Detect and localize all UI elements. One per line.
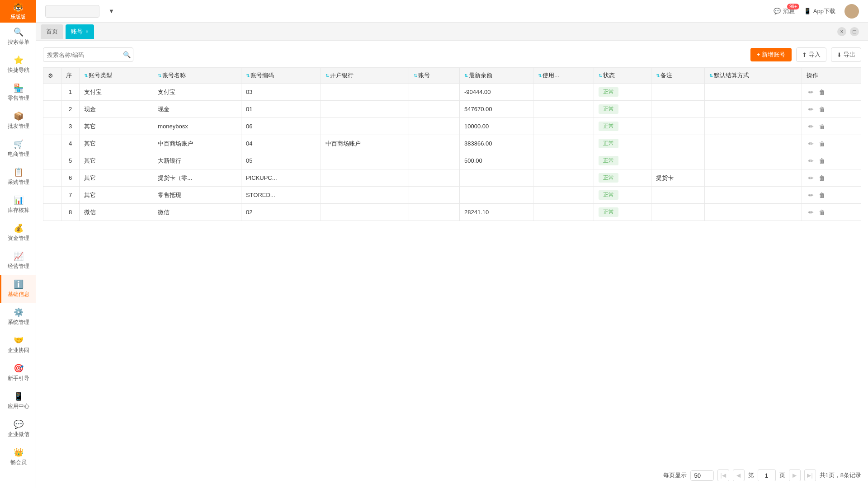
- sidebar-item-basic-info[interactable]: ℹ️ 基础信息: [0, 275, 36, 303]
- th-name[interactable]: ⇅账号名称: [153, 68, 241, 84]
- sidebar-item-ecommerce-mgmt[interactable]: 🛒 电商管理: [0, 135, 36, 163]
- edit-button[interactable]: ✏: [807, 122, 816, 131]
- tab-bar: 首页 账号 × × □: [36, 23, 868, 41]
- sidebar-item-system-mgmt[interactable]: ⚙️ 系统管理: [0, 303, 36, 331]
- add-account-button[interactable]: + 新增账号: [750, 48, 792, 61]
- next-page-button[interactable]: ▶: [789, 469, 801, 481]
- message-icon: 💬: [774, 8, 781, 14]
- tab-home-label: 首页: [46, 28, 58, 36]
- row-bank: [321, 118, 409, 135]
- delete-button[interactable]: 🗑: [817, 156, 827, 165]
- edit-button[interactable]: ✏: [807, 139, 816, 148]
- sidebar-item-beginner-guide[interactable]: 🎯 新手引导: [0, 359, 36, 387]
- row-settings: [43, 169, 61, 187]
- edit-button[interactable]: ✏: [807, 88, 816, 97]
- sidebar-item-app-center[interactable]: 📱 应用中心: [0, 387, 36, 415]
- sidebar-item-capital-mgmt[interactable]: 💰 资金管理: [0, 219, 36, 247]
- row-actions: ✏ 🗑: [802, 187, 861, 204]
- tab-close-icon[interactable]: ×: [85, 28, 89, 35]
- th-action: 操作: [802, 68, 861, 84]
- beginner-guide-icon: 🎯: [14, 363, 24, 373]
- th-status[interactable]: ⇅状态: [594, 68, 651, 84]
- delete-button[interactable]: 🗑: [817, 122, 827, 131]
- sidebar-item-inventory-calc[interactable]: 📊 库存核算: [0, 191, 36, 219]
- row-note: [651, 84, 705, 101]
- row-usage: [533, 169, 594, 187]
- sidebar-item-quick-nav[interactable]: ⭐ 快捷导航: [0, 51, 36, 79]
- delete-button[interactable]: 🗑: [817, 139, 827, 148]
- sidebar-item-wholesale-mgmt[interactable]: 📦 批发管理: [0, 107, 36, 135]
- th-note[interactable]: ⇅备注: [651, 68, 705, 84]
- page-input[interactable]: [758, 469, 776, 481]
- edit-button[interactable]: ✏: [807, 191, 816, 200]
- delete-button[interactable]: 🗑: [817, 174, 827, 183]
- tab-home[interactable]: 首页: [41, 24, 63, 39]
- top-bar-dropdown[interactable]: ▼: [108, 8, 114, 14]
- search-box: 🔍: [43, 47, 133, 62]
- row-name: 支付宝: [153, 84, 241, 101]
- app-download-button[interactable]: 📱 App下载: [804, 7, 835, 15]
- message-button[interactable]: 💬 消息 99+: [774, 7, 795, 15]
- th-code[interactable]: ⇅账号编码: [241, 68, 321, 84]
- page-label: 第: [748, 471, 754, 479]
- row-usage: [533, 101, 594, 118]
- edit-button[interactable]: ✏: [807, 156, 816, 165]
- row-settings: [43, 204, 61, 221]
- sidebar-item-search-menu[interactable]: 🔍 搜索菜单: [0, 23, 36, 51]
- th-settings[interactable]: ⚙: [43, 68, 61, 84]
- sidebar-item-purchase-mgmt[interactable]: 📋 采购管理: [0, 163, 36, 191]
- th-bank[interactable]: ⇅开户银行: [321, 68, 409, 84]
- row-note: [651, 101, 705, 118]
- row-name: 微信: [153, 204, 241, 221]
- sidebar-item-business-mgmt[interactable]: 📈 经营管理: [0, 247, 36, 275]
- top-search-input[interactable]: [45, 5, 99, 18]
- export-label: 导出: [844, 51, 855, 59]
- sidebar-item-enterprise-wechat[interactable]: 💬 企业微信: [0, 415, 36, 443]
- edit-button[interactable]: ✏: [807, 105, 816, 114]
- table-row: 8 微信 微信 02 28241.10 正常 ✏ 🗑: [43, 204, 861, 221]
- table-row: 1 支付宝 支付宝 03 -90444.00 正常 ✏ 🗑: [43, 84, 861, 101]
- th-default-payment[interactable]: ⇅默认结算方式: [705, 68, 802, 84]
- search-icon[interactable]: 🔍: [123, 51, 131, 58]
- delete-button[interactable]: 🗑: [817, 105, 827, 114]
- th-type[interactable]: ⇅账号类型: [80, 68, 153, 84]
- message-badge: 99+: [787, 4, 799, 9]
- edit-button[interactable]: ✏: [807, 208, 816, 217]
- export-button[interactable]: ⬇ 导出: [831, 47, 861, 62]
- row-name: moneybosx: [153, 118, 241, 135]
- table-row: 6 其它 提货卡（零... PICKUPC... 正常 提货卡 ✏ 🗑: [43, 169, 861, 187]
- search-menu-icon: 🔍: [14, 27, 24, 37]
- th-usage[interactable]: ⇅使用...: [533, 68, 594, 84]
- import-button[interactable]: ⬆ 导入: [796, 47, 826, 62]
- edit-button[interactable]: ✏: [807, 174, 816, 183]
- maximize-window-button[interactable]: □: [850, 27, 859, 36]
- th-balance[interactable]: ⇅最新余额: [460, 68, 533, 84]
- top-bar-right: 💬 消息 99+ 📱 App下载: [774, 4, 859, 19]
- row-default-payment: [705, 169, 802, 187]
- delete-button[interactable]: 🗑: [817, 88, 827, 97]
- close-window-button[interactable]: ×: [837, 27, 846, 36]
- row-status: 正常: [594, 84, 651, 101]
- sidebar-item-vip-member[interactable]: 👑 畅会员: [0, 443, 36, 471]
- toolbar-right: + 新增账号 ⬆ 导入 ⬇ 导出: [750, 47, 861, 62]
- search-input[interactable]: [47, 52, 123, 58]
- row-bank: [321, 84, 409, 101]
- row-balance: [460, 169, 533, 187]
- delete-button[interactable]: 🗑: [817, 208, 827, 217]
- tab-account[interactable]: 账号 ×: [66, 24, 94, 39]
- table-row: 7 其它 零售抵现 STORED... 正常 ✏ 🗑: [43, 187, 861, 204]
- sidebar-item-enterprise-agreement[interactable]: 🤝 企业协同: [0, 331, 36, 359]
- ecommerce-mgmt-icon: 🛒: [14, 139, 24, 149]
- delete-button[interactable]: 🗑: [817, 191, 827, 200]
- prev-page-button[interactable]: ◀: [733, 469, 745, 481]
- sidebar-item-label: 畅会员: [10, 459, 27, 466]
- page-size-select[interactable]: 50 100 200: [690, 470, 714, 481]
- row-type: 其它: [80, 152, 153, 169]
- th-account[interactable]: ⇅账号: [409, 68, 459, 84]
- sidebar-item-retail-mgmt[interactable]: 🏪 零售管理: [0, 79, 36, 107]
- import-icon: ⬆: [802, 52, 807, 58]
- user-avatar[interactable]: [844, 4, 859, 19]
- last-page-button[interactable]: ▶|: [804, 469, 816, 481]
- first-page-button[interactable]: |◀: [717, 469, 729, 481]
- sidebar-item-label: 批发管理: [8, 122, 29, 130]
